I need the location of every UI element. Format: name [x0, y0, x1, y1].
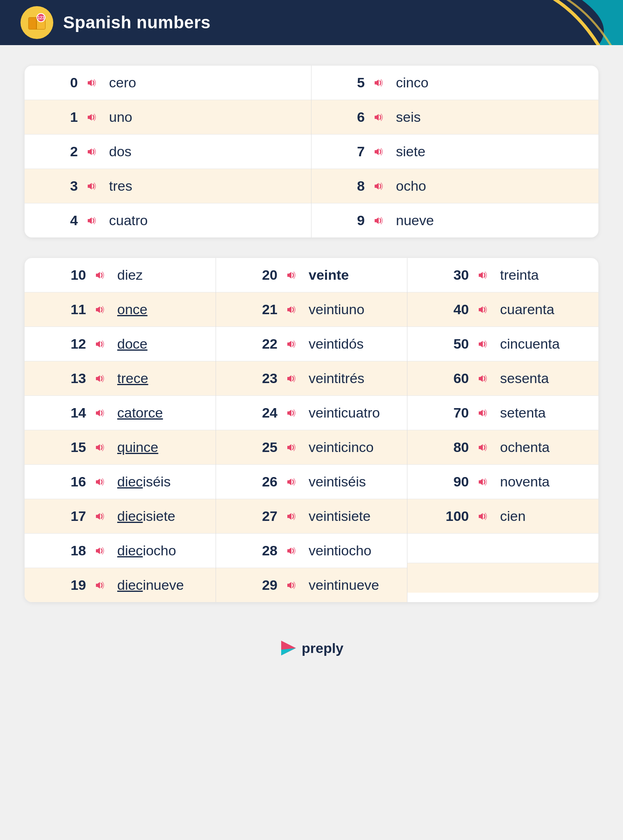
table-row: 13 trece: [25, 361, 216, 396]
word-label: cien: [500, 508, 525, 524]
svg-rect-28: [287, 342, 289, 346]
word-4: cuatro: [109, 212, 148, 228]
word-label: veintiuno: [309, 301, 364, 317]
svg-rect-40: [479, 411, 480, 415]
sound-icon[interactable]: [286, 406, 300, 420]
sound-icon[interactable]: [94, 406, 109, 420]
number-label: 14: [49, 405, 86, 421]
sound-icon-5[interactable]: [373, 75, 388, 90]
svg-rect-21: [96, 446, 98, 449]
preply-text: preply: [302, 640, 343, 656]
word-label: veintinueve: [309, 577, 379, 593]
number-label: 25: [241, 439, 277, 455]
number-1: 1: [49, 109, 78, 125]
number-label: 18: [49, 543, 86, 559]
sound-icon[interactable]: [477, 371, 492, 386]
header: 123 Spanish numbers: [0, 0, 623, 45]
word-3: tres: [109, 178, 132, 194]
sound-icon[interactable]: [286, 268, 300, 283]
sound-icon[interactable]: [477, 406, 492, 420]
sound-icon[interactable]: [477, 268, 492, 283]
sound-icon-4[interactable]: [86, 213, 101, 228]
sound-icon[interactable]: [286, 578, 300, 593]
sound-icon[interactable]: [286, 440, 300, 455]
svg-rect-16: [96, 274, 98, 277]
word-label: veinticinco: [309, 439, 374, 455]
sound-icon[interactable]: [286, 371, 300, 386]
sound-icon[interactable]: [94, 337, 109, 352]
table-row: 0 cero: [25, 66, 311, 100]
svg-rect-27: [287, 308, 289, 311]
sound-icon[interactable]: [94, 578, 109, 593]
sound-icon-7[interactable]: [373, 144, 388, 159]
svg-rect-20: [96, 411, 98, 415]
svg-rect-24: [96, 549, 98, 552]
sound-icon-9[interactable]: [373, 213, 388, 228]
sound-icon-2[interactable]: [86, 144, 101, 159]
sound-icon[interactable]: [286, 475, 300, 489]
table-row: 3 tres: [25, 169, 311, 203]
number-6: 6: [336, 109, 365, 125]
number-5: 5: [336, 75, 365, 91]
sound-icon[interactable]: [286, 543, 300, 558]
table-row: 12 doce: [25, 327, 216, 361]
table-row: 21 veintiuno: [216, 292, 407, 327]
word-label: diez: [117, 267, 143, 283]
word-label: noventa: [500, 474, 550, 490]
table-row: 18 dieciocho: [25, 534, 216, 568]
number-label: 29: [241, 577, 277, 593]
col-30-100: 30 treinta 40 cuarenta 50: [407, 258, 598, 602]
svg-rect-1: [29, 18, 36, 29]
word-label: setenta: [500, 405, 546, 421]
sound-icon[interactable]: [94, 268, 109, 283]
number-label: 21: [241, 301, 277, 317]
sound-icon[interactable]: [286, 337, 300, 352]
word-1: uno: [109, 109, 132, 125]
page-title: Spanish numbers: [63, 13, 211, 32]
sound-icon[interactable]: [477, 440, 492, 455]
table-row: 19 diecinueve: [25, 568, 216, 602]
sound-icon-3[interactable]: [86, 179, 101, 194]
sound-icon[interactable]: [94, 440, 109, 455]
table-row: 6 seis: [312, 100, 598, 135]
svg-rect-36: [479, 274, 480, 277]
number-label: 60: [432, 370, 469, 386]
sound-icon-6[interactable]: [373, 110, 388, 125]
sound-icon-8[interactable]: [373, 179, 388, 194]
word-label: veinte: [309, 267, 349, 283]
svg-rect-38: [479, 342, 480, 346]
word-label: cuarenta: [500, 301, 554, 317]
svg-rect-13: [375, 150, 376, 153]
svg-rect-29: [287, 377, 289, 380]
sound-icon[interactable]: [94, 509, 109, 524]
sound-icon-0[interactable]: [86, 75, 101, 90]
two-col-layout: 0 cero 1 uno 2 dos 3: [25, 66, 598, 237]
sound-icon[interactable]: [477, 302, 492, 317]
svg-rect-22: [96, 480, 98, 484]
sound-icon[interactable]: [477, 509, 492, 524]
sound-icon[interactable]: [94, 475, 109, 489]
svg-rect-23: [96, 515, 98, 518]
sound-icon[interactable]: [286, 302, 300, 317]
footer: preply: [0, 627, 623, 678]
number-3: 3: [49, 178, 78, 194]
sound-icon[interactable]: [94, 543, 109, 558]
table-row: 100 cien: [407, 499, 598, 534]
number-label: 10: [49, 267, 86, 283]
sound-icon[interactable]: [286, 509, 300, 524]
sound-icon[interactable]: [94, 302, 109, 317]
table-row: 1 uno: [25, 100, 311, 135]
word-label: catorce: [117, 405, 163, 421]
sound-icon[interactable]: [94, 371, 109, 386]
svg-rect-26: [287, 274, 289, 277]
table-row: 50 cincuenta: [407, 327, 598, 361]
table-row: [407, 563, 598, 593]
word-label: treinta: [500, 267, 539, 283]
word-0: cero: [109, 75, 136, 91]
sound-icon-1[interactable]: [86, 110, 101, 125]
table-row: 80 ochenta: [407, 430, 598, 465]
number-label: 30: [432, 267, 469, 283]
sound-icon[interactable]: [477, 337, 492, 352]
sound-icon[interactable]: [477, 475, 492, 489]
word-label: trece: [117, 370, 148, 386]
